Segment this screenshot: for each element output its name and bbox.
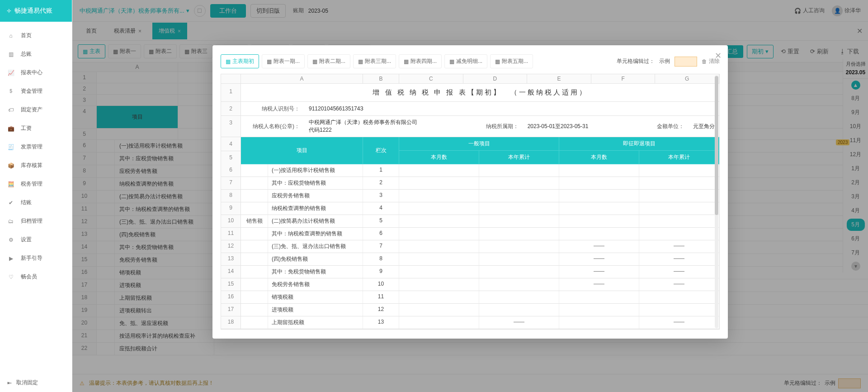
value-cell[interactable] — [479, 278, 559, 291]
value-cell[interactable] — [399, 316, 479, 329]
tax-period-label: 纳税所属期： — [486, 123, 519, 130]
value-cell[interactable] — [399, 278, 479, 291]
value-cell[interactable] — [399, 177, 479, 189]
tax-icon: 🧮 — [7, 181, 14, 188]
sidebar-nav: ⌂首页▥总账📈报表中心＄资金管理🏷固定资产💼工资🧾发票管理📦库存核算🧮税务管理✔… — [0, 22, 72, 373]
sidebar-item-home[interactable]: ⌂首页 — [0, 26, 72, 45]
index-cell: 11 — [363, 291, 399, 303]
row-number: 16 — [221, 291, 241, 303]
index-cell: 4 — [363, 202, 399, 215]
doc-icon: ▦ — [267, 58, 272, 65]
col-month2: 本月数 — [559, 151, 639, 164]
scrollbar-thumb[interactable] — [715, 76, 718, 215]
value-cell[interactable] — [479, 215, 559, 227]
value-cell[interactable] — [399, 215, 479, 227]
value-cell[interactable] — [639, 215, 719, 227]
value-cell[interactable] — [639, 291, 719, 303]
value-cell[interactable]: —— — [639, 240, 719, 253]
value-cell[interactable] — [479, 164, 559, 177]
sidebar-item-archive[interactable]: 🗂归档管理 — [0, 212, 72, 230]
amount-unit-value: 元至角分 — [693, 123, 715, 130]
value-cell[interactable] — [559, 190, 639, 202]
sidebar-item-salary[interactable]: 💼工资 — [0, 119, 72, 138]
modal-tab-label: 附表一期... — [274, 57, 300, 65]
value-cell[interactable] — [479, 190, 559, 202]
value-cell[interactable]: —— — [639, 266, 719, 278]
row-number: 8 — [221, 190, 241, 202]
value-cell[interactable]: —— — [639, 316, 719, 329]
category-cell — [241, 240, 268, 253]
value-cell[interactable] — [639, 202, 719, 215]
index-cell: 9 — [363, 266, 399, 278]
modal-tab[interactable]: ▦附表五期... — [490, 54, 533, 68]
sidebar-item-close[interactable]: ✔结账 — [0, 193, 72, 212]
value-cell[interactable]: —— — [559, 278, 639, 291]
value-cell[interactable]: —— — [639, 278, 719, 291]
value-cell[interactable] — [639, 164, 719, 177]
modal-tab[interactable]: ▦附表四期... — [399, 54, 442, 68]
value-cell[interactable] — [399, 266, 479, 278]
modal-tab[interactable]: ▦附表二期... — [307, 54, 350, 68]
value-cell[interactable] — [639, 228, 719, 240]
value-cell[interactable]: —— — [559, 266, 639, 278]
value-cell[interactable] — [559, 164, 639, 177]
value-cell[interactable] — [399, 190, 479, 202]
value-cell[interactable] — [479, 240, 559, 253]
row-number: 6 — [221, 164, 241, 177]
value-cell[interactable]: —— — [559, 240, 639, 253]
modal-tab[interactable]: ▦减免明细... — [444, 54, 487, 68]
sidebar-item-vip[interactable]: ♡畅会员 — [0, 268, 72, 286]
value-cell[interactable] — [639, 304, 719, 316]
value-cell[interactable] — [639, 190, 719, 202]
value-cell[interactable] — [559, 177, 639, 189]
modal-example-swatch — [675, 57, 697, 67]
sidebar-item-gear[interactable]: ⚙设置 — [0, 230, 72, 249]
value-cell[interactable]: —— — [479, 316, 559, 329]
sidebar-item-label: 工资 — [21, 124, 32, 132]
value-cell[interactable] — [479, 228, 559, 240]
sidebar-item-guide[interactable]: ▶新手引导 — [0, 249, 72, 268]
table-row: 11其中：纳税检查调整的销售额6 — [221, 228, 719, 240]
sidebar-item-fund[interactable]: ＄资金管理 — [0, 82, 72, 100]
sidebar-unpin[interactable]: ⇤ 取消固定 — [0, 373, 72, 392]
sidebar-item-stock[interactable]: 📦库存核算 — [0, 156, 72, 175]
value-cell[interactable] — [479, 177, 559, 189]
index-cell: 3 — [363, 190, 399, 202]
scrollbar[interactable] — [715, 75, 718, 328]
value-cell[interactable] — [399, 164, 479, 177]
index-cell: 10 — [363, 278, 399, 291]
sidebar-item-asset[interactable]: 🏷固定资产 — [0, 100, 72, 119]
value-cell[interactable] — [399, 228, 479, 240]
modal-tab[interactable]: ▦附表一期... — [262, 54, 305, 68]
value-cell[interactable] — [399, 240, 479, 253]
value-cell[interactable] — [399, 304, 479, 316]
col-month: 本月数 — [399, 151, 479, 164]
value-cell[interactable] — [399, 291, 479, 303]
index-cell: 8 — [363, 253, 399, 265]
sidebar-item-tax[interactable]: 🧮税务管理 — [0, 175, 72, 193]
sidebar-item-label: 发票管理 — [21, 143, 42, 151]
modal-tab[interactable]: ▦附表三期... — [353, 54, 396, 68]
value-cell[interactable] — [559, 228, 639, 240]
sidebar-item-ledger[interactable]: ▥总账 — [0, 45, 72, 63]
value-cell[interactable] — [399, 253, 479, 265]
value-cell[interactable] — [559, 316, 639, 329]
value-cell[interactable] — [479, 291, 559, 303]
value-cell[interactable] — [559, 291, 639, 303]
value-cell[interactable] — [479, 202, 559, 215]
value-cell[interactable] — [559, 304, 639, 316]
modal-close-button[interactable]: ✕ — [715, 51, 722, 61]
value-cell[interactable] — [639, 177, 719, 189]
table-row: 9纳税检查调整的销售额4 — [221, 202, 719, 215]
modal-tab[interactable]: ▦主表期初 — [221, 54, 259, 68]
sidebar-item-invoice[interactable]: 🧾发票管理 — [0, 138, 72, 156]
value-cell[interactable]: —— — [639, 253, 719, 265]
value-cell[interactable]: —— — [559, 253, 639, 265]
value-cell[interactable] — [479, 266, 559, 278]
value-cell[interactable] — [559, 202, 639, 215]
sidebar-item-chart[interactable]: 📈报表中心 — [0, 63, 72, 82]
value-cell[interactable] — [479, 304, 559, 316]
value-cell[interactable] — [479, 253, 559, 265]
value-cell[interactable] — [559, 215, 639, 227]
value-cell[interactable] — [399, 202, 479, 215]
